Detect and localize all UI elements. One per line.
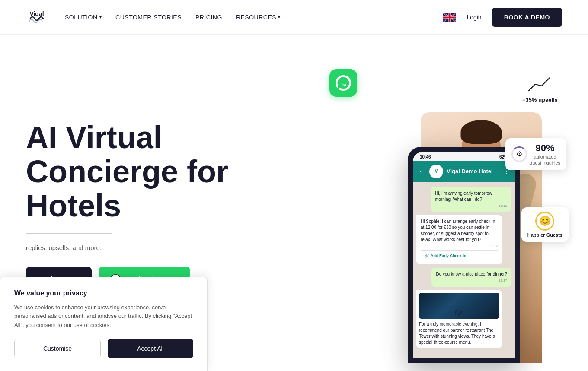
logo[interactable]: Viqal xyxy=(26,6,48,28)
restaurant-icon: 🍽 xyxy=(455,306,463,318)
automated-percent: 90% xyxy=(530,143,560,154)
nav-resources[interactable]: RESOURCES ▾ xyxy=(236,14,281,21)
navbar-left: Viqal SOLUTION ▾ CUSTOMER STORIES PRICIN… xyxy=(26,6,281,28)
restaurant-image: 🍽 xyxy=(419,293,499,319)
book-demo-button[interactable]: BOOK A DEMO xyxy=(492,8,562,27)
hero-divider xyxy=(26,233,112,234)
chat-avatar: V xyxy=(429,165,443,178)
svg-text:Viqal: Viqal xyxy=(29,10,44,17)
viqal-logo-icon: Viqal xyxy=(26,6,48,28)
language-selector[interactable] xyxy=(443,13,456,22)
msg-in-1: Hi Sophie! I can arrange early check-in … xyxy=(416,215,502,265)
phone-time: 10:46 xyxy=(420,155,431,159)
automated-gear-icon: ⚙ xyxy=(511,146,527,162)
msg-in-2: 🍽 For a truly memorable evening, I recom… xyxy=(416,290,502,348)
hero-description: replies, upsells, and more. xyxy=(26,243,225,253)
msg-out-1: Hi, I'm arriving early tomorrow morning.… xyxy=(431,187,511,212)
msg-in-1-container: Hi Sophie! I can arrange early check-in … xyxy=(416,215,502,265)
add-checkin-btn[interactable]: 🔗 Add Early Check-In xyxy=(421,250,498,261)
phone-screen: 10:46 62% ← V Viqal Demo Hotel ⋮ xyxy=(413,152,515,358)
navbar-right: Login BOOK A DEMO xyxy=(443,8,562,27)
login-link[interactable]: Login xyxy=(467,14,481,21)
action-btn-label: Add Early Check-In xyxy=(431,253,467,259)
cookie-title: We value your privacy xyxy=(14,289,193,297)
msg-in-1-time: 11:12 xyxy=(421,244,498,248)
msg-in-2-text: For a truly memorable evening, I recomme… xyxy=(419,322,495,345)
phone-mockup: 10:46 62% ← V Viqal Demo Hotel ⋮ xyxy=(408,147,520,363)
nav-resources-label: RESOURCES xyxy=(236,14,276,21)
back-icon: ← xyxy=(418,167,426,176)
automated-badge: ⚙ 90% automatedguest inquiries xyxy=(505,138,566,171)
msg-out-1-time: 11:12 xyxy=(435,203,507,208)
upsells-badge: +35% upsells xyxy=(522,73,558,103)
phone-chat-header: ← V Viqal Demo Hotel ⋮ xyxy=(413,161,515,182)
automated-text: 90% automatedguest inquiries xyxy=(530,143,560,166)
phone-status-bar: 10:46 62% xyxy=(413,152,515,161)
hero-title: AI Virtual Concierge for Hotels xyxy=(26,120,321,223)
msg-out-2-time: 11:17 xyxy=(436,278,507,283)
nav-pricing[interactable]: PRICING xyxy=(195,14,222,21)
nav-customer-stories[interactable]: CUSTOMER STORIES xyxy=(115,14,182,21)
logo-image: Viqal xyxy=(26,6,48,28)
phone-messages: Hi, I'm arriving early tomorrow morning.… xyxy=(413,182,515,358)
msg-out-1-text: Hi, I'm arriving early tomorrow morning.… xyxy=(435,191,492,202)
upsells-text: +35% upsells xyxy=(522,97,558,103)
cookie-buttons: Customise Accept All xyxy=(14,339,193,358)
smiley-icon: 😊 xyxy=(535,212,554,231)
happier-guests-badge: 😊 Happier Guests xyxy=(521,207,569,242)
navbar: Viqal SOLUTION ▾ CUSTOMER STORIES PRICIN… xyxy=(0,0,588,35)
chevron-down-icon-2: ▾ xyxy=(278,15,281,19)
whatsapp-badge xyxy=(329,69,357,97)
cookie-text: We use cookies to enhance your browsing … xyxy=(14,303,193,330)
customise-button[interactable]: Customise xyxy=(14,339,101,358)
nav-links: SOLUTION ▾ CUSTOMER STORIES PRICING RESO… xyxy=(65,14,281,21)
msg-in-2-container: 🍽 For a truly memorable evening, I recom… xyxy=(416,290,502,348)
msg-out-2-text: Do you know a nice place for dinner? xyxy=(436,272,507,276)
upsells-arrow-icon xyxy=(527,73,553,95)
happier-text: Happier Guests xyxy=(527,232,562,238)
chevron-down-icon: ▾ xyxy=(99,15,102,19)
automated-sub-label: automatedguest inquiries xyxy=(530,154,560,166)
nav-customer-stories-label: CUSTOMER STORIES xyxy=(115,14,182,21)
chat-hotel-name: Viqal Demo Hotel xyxy=(447,168,499,174)
nav-pricing-label: PRICING xyxy=(195,14,222,21)
hero-right: +35% upsells ⚙ 90% automatedguest inquir… xyxy=(321,60,562,363)
whatsapp-icon xyxy=(335,74,352,92)
cookie-banner: We value your privacy We use cookies to … xyxy=(0,277,208,371)
nav-solution-label: SOLUTION xyxy=(65,14,98,21)
msg-in-1-text: Hi Sophie! I can arrange early check-in … xyxy=(421,219,495,242)
msg-out-2: Do you know a nice place for dinner? 11:… xyxy=(431,268,511,286)
chat-info: Viqal Demo Hotel xyxy=(447,168,499,174)
accept-all-button[interactable]: Accept All xyxy=(108,339,193,358)
nav-solution[interactable]: SOLUTION ▾ xyxy=(65,14,102,21)
